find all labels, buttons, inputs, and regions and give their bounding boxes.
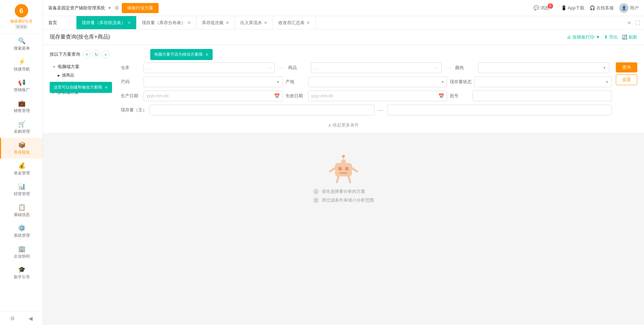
tab-batch-ledger-close[interactable]: ✕ [226,20,229,25]
tab-inout-flow-close[interactable]: ✕ [264,20,267,25]
add-scheme-button[interactable]: + [83,50,91,58]
sidebar-item-search[interactable]: 🔍 搜索菜单 [0,34,43,55]
quick-nav-icon: ⚡ [18,58,25,65]
tab-recv-summary-close[interactable]: ✕ [307,20,310,25]
filter-warehouse: 仓库 ... ⋯ [121,62,275,73]
topbar-support[interactable]: 🎧 在线客服 [590,5,614,11]
tab-inventory-status[interactable]: 现存量（库存状况表） ✕ [76,16,137,29]
prod-date-placeholder: yyyy-mm-dd [147,94,168,98]
tip-1-num: 1 [313,188,319,195]
back-button[interactable]: « [102,50,110,58]
svg-point-6 [342,155,345,158]
stock-status-arrow-icon: ▼ [605,80,609,84]
stock-main-range-sep: — [377,108,384,113]
sidebar-item-quick[interactable]: ⚡ 快捷导航 [0,55,43,75]
stock-main-label: 现存量（主） [121,107,147,113]
tab-inventory-dist-close[interactable]: ✕ [187,20,191,25]
marketing-nav-icon: 📢 [18,79,25,86]
sidebar-item-finance[interactable]: 💰 资金管理 [0,159,43,179]
stock-status-select[interactable]: ▼ [474,76,612,87]
sidebar-item-sales[interactable]: 💼 销售管理 [0,96,43,117]
system-dropdown-icon[interactable]: ▼ [108,6,112,10]
prod-date-calendar-icon[interactable]: 📅 [274,93,280,99]
expiry-date-calendar-icon[interactable]: 📅 [438,93,444,99]
sidebar-settings-icon[interactable]: ⚙ [10,315,15,322]
filter-origin: 产地 ▼ [285,76,447,87]
tip-2-text: 用过滤条件来缩小分析范围 [322,197,374,203]
tab-inventory-status-close[interactable]: ✕ [127,20,131,25]
print-arrow-icon: ▼ [596,35,600,40]
filter-batch: 批号 [450,91,612,101]
print-button[interactable]: 🖨 按模板打印 ▼ [567,34,600,40]
sidebar-logo: 6 畅捷通好生意 标准版 [0,0,43,34]
sidebar-item-finance-label: 资金管理 [14,170,30,176]
system-nav-icon: ⚙️ [18,224,25,232]
support-label: 在线客服 [596,5,614,11]
sidebar-item-sales-label: 销售管理 [14,108,30,114]
goods-arrow-icon: ⋯ [435,66,439,70]
tooltip-edit-text: 这里可以创建和修改方案哦 [54,85,102,90]
sidebar-item-system[interactable]: ⚙️ 系统管理 [0,221,43,242]
svg-line-8 [352,168,357,171]
sidebar-item-marketing[interactable]: 📢 营销推广 [0,75,43,96]
tooltip-edit-close[interactable]: ✕ [105,85,108,90]
sidebar-item-inventory[interactable]: 📦 库存核算 [0,138,43,159]
print-icon: 🖨 [567,35,571,40]
tabbar-fullscreen-icon[interactable]: ⛶ [634,19,641,27]
search-button[interactable]: 查询 [616,62,637,72]
svg-line-10 [348,176,350,182]
sales-nav-icon: 💼 [18,100,25,107]
pc-scheme-item-1[interactable]: ▶ 接商品 [55,71,117,79]
expiry-date-input[interactable]: yyyy-mm-dd 📅 [308,91,447,101]
origin-select[interactable]: ▼ [308,76,447,87]
topbar-app[interactable]: 📱 App下载 [561,5,584,11]
empty-illustration [327,153,360,183]
prod-date-input[interactable]: yyyy-mm-dd 📅 [144,91,283,101]
size-select[interactable]: ▼ [144,76,283,87]
color-select[interactable]: ▼ [478,62,609,73]
goods-select[interactable]: ... ⋯ [311,62,442,73]
sidebar-collapse-icon[interactable]: ◀ [29,315,33,322]
collapse-more-button[interactable]: ∧ 收起更多条件 [50,119,637,131]
set-button[interactable]: 设置 [616,74,637,85]
batch-label: 批号 [450,93,470,99]
tab-home[interactable]: 首页 [43,16,76,29]
refresh-scheme-button[interactable]: ↻ [92,50,100,58]
topbar-message[interactable]: 💬 消息 6 [534,5,556,11]
tab-inventory-dist[interactable]: 现存量（库存分布表） ✕ [137,16,197,29]
warehouse-select[interactable]: ... ⋯ [144,62,275,73]
warehouse-dots-icon[interactable]: ⋯ [277,65,285,71]
sidebar-item-basic[interactable]: 📋 基础信息 [0,200,43,221]
sidebar-item-purchase[interactable]: 🛒 采购管理 [0,117,43,138]
batch-input[interactable] [473,91,612,101]
tabbar-close-all-icon[interactable]: ✕ [626,19,633,27]
origin-arrow-icon: ▼ [441,80,444,84]
tab-inventory-status-label: 现存量（库存状况表） [82,20,125,26]
tab-inout-flow[interactable]: 出入库流水 ✕ [235,16,273,29]
stock-main-min-input[interactable] [150,105,375,115]
scheme-tree-pc[interactable]: ▼ 电脑端方案 [50,62,117,71]
export-button[interactable]: ⬆ 导出 [604,34,618,40]
refresh-button[interactable]: 🔄 刷新 [622,34,637,40]
collapse-icon: ∧ [328,123,331,128]
tab-batch-ledger[interactable]: 库存批次账 ✕ [197,16,235,29]
topbar-user[interactable]: 👤 用户 [619,3,639,13]
sidebar-item-enterprise[interactable]: 🏢 企业协同 [0,242,43,263]
stock-main-max-input[interactable] [387,105,612,115]
refresh-label: 刷新 [629,34,637,40]
tab-recv-summary[interactable]: 收发存汇总表 ✕ [273,16,316,29]
tooltip-pc-close[interactable]: ✕ [205,52,209,57]
guide-nav-icon: 🎓 [18,266,25,273]
basic-nav-icon: 📋 [18,204,25,211]
sidebar-item-operation[interactable]: 📊 经营管理 [0,179,43,200]
tooltip-pc-text: 电脑方案可设为移动方案哦 [154,52,203,57]
empty-state: 1 请先选择要分析的方案 2 用过滤条件来缩小分析范围 [43,133,644,223]
sidebar-item-purchase-label: 采购管理 [14,129,30,134]
sidebar-item-guide[interactable]: 🎓 新手引导 [0,263,43,283]
filter-label: 按以下方案查询 [50,51,80,57]
topbar-settings-icon[interactable]: ⚙ [114,5,119,11]
message-badge: 6 [548,3,553,9]
goods-dots-icon[interactable]: ⋯ [444,65,452,71]
system-name: 装备及固定资产辅助管理系统 [48,5,105,11]
exp-industry-button[interactable]: 体验行业方案 [122,3,159,13]
